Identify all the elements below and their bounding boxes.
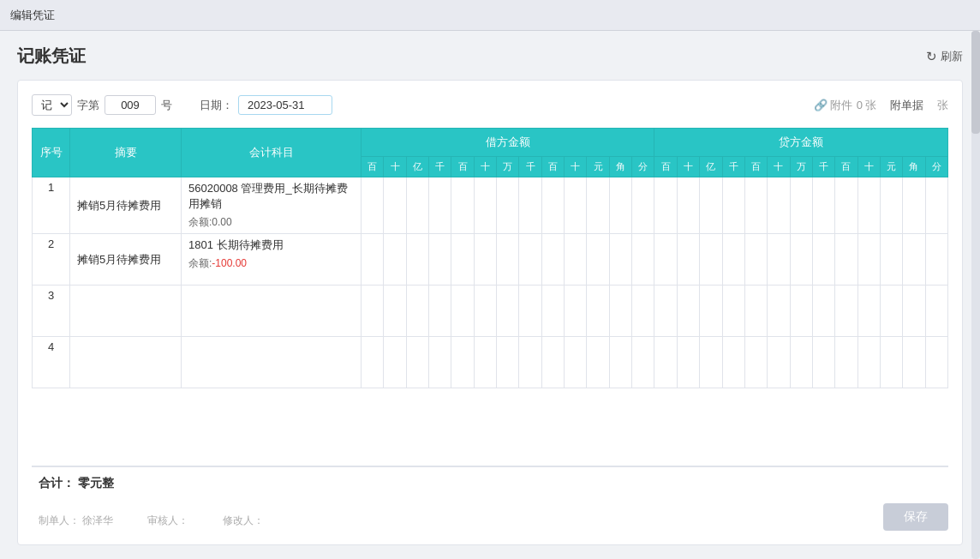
credit-cell-r2-c7[interactable]: [790, 234, 812, 286]
debit-cell-r2-c9[interactable]: [541, 234, 564, 286]
debit-cell-r4-c9[interactable]: [541, 337, 564, 388]
debit-cell-r2-c1[interactable]: [362, 234, 384, 286]
credit-cell-r4-c8[interactable]: [812, 337, 834, 388]
refresh-button[interactable]: ↻ 刷新: [926, 49, 963, 64]
debit-cell-r3-c8[interactable]: [519, 286, 541, 337]
debit-cell-r1-c3[interactable]: [406, 177, 428, 234]
credit-cell-r4-c9[interactable]: [835, 337, 858, 388]
credit-cell-r2-c6[interactable]: [768, 234, 790, 286]
credit-cell-r1-c13[interactable]: [925, 177, 947, 234]
credit-cell-r3-c13[interactable]: [925, 286, 947, 337]
credit-cell-r3-c10[interactable]: [858, 286, 880, 337]
row-summary-2[interactable]: 摊销5月待摊费用: [70, 234, 182, 286]
credit-cell-r4-c5[interactable]: [744, 337, 767, 388]
credit-cell-r2-c9[interactable]: [835, 234, 858, 286]
debit-cell-r4-c3[interactable]: [406, 337, 428, 388]
debit-cell-r1-c10[interactable]: [565, 177, 587, 234]
type-select[interactable]: 记: [32, 94, 72, 116]
credit-cell-r1-c8[interactable]: [812, 177, 834, 234]
credit-cell-r1-c3[interactable]: [700, 177, 722, 234]
row-subject-3[interactable]: [182, 286, 362, 337]
credit-cell-r4-c6[interactable]: [768, 337, 790, 388]
credit-cell-r4-c4[interactable]: [722, 337, 744, 388]
debit-cell-r1-c2[interactable]: [384, 177, 406, 234]
debit-cell-r1-c11[interactable]: [587, 177, 609, 234]
debit-cell-r3-c9[interactable]: [541, 286, 564, 337]
credit-cell-r2-c1[interactable]: [654, 234, 677, 286]
credit-cell-r3-c11[interactable]: [880, 286, 902, 337]
debit-cell-r2-c4[interactable]: [429, 234, 451, 286]
credit-cell-r2-c4[interactable]: [722, 234, 744, 286]
debit-cell-r4-c13[interactable]: [632, 337, 654, 388]
debit-cell-r3-c3[interactable]: [406, 286, 428, 337]
credit-cell-r3-c9[interactable]: [835, 286, 858, 337]
row-subject-1[interactable]: 56020008 管理费用_长期待摊费用摊销余额:0.00: [182, 177, 362, 234]
credit-cell-r2-c5[interactable]: [744, 234, 767, 286]
credit-cell-r2-c11[interactable]: [880, 234, 902, 286]
save-button[interactable]: 保存: [883, 503, 948, 531]
debit-cell-r4-c2[interactable]: [384, 337, 406, 388]
debit-cell-r2-c2[interactable]: [384, 234, 406, 286]
row-summary-4[interactable]: [70, 337, 182, 388]
debit-cell-r4-c10[interactable]: [565, 337, 587, 388]
debit-cell-r3-c10[interactable]: [565, 286, 587, 337]
debit-cell-r1-c8[interactable]: [519, 177, 541, 234]
credit-cell-r4-c3[interactable]: [700, 337, 722, 388]
credit-cell-r1-c12[interactable]: [903, 177, 925, 234]
credit-cell-r1-c1[interactable]: [654, 177, 677, 234]
credit-cell-r3-c6[interactable]: [768, 286, 790, 337]
debit-cell-r1-c7[interactable]: [497, 177, 519, 234]
credit-cell-r4-c2[interactable]: [677, 337, 699, 388]
debit-cell-r1-c4[interactable]: [429, 177, 451, 234]
debit-cell-r4-c5[interactable]: [451, 337, 474, 388]
debit-cell-r4-c11[interactable]: [587, 337, 609, 388]
debit-cell-r2-c7[interactable]: [497, 234, 519, 286]
credit-cell-r1-c11[interactable]: [880, 177, 902, 234]
debit-cell-r4-c4[interactable]: [429, 337, 451, 388]
debit-cell-r3-c4[interactable]: [429, 286, 451, 337]
row-subject-2[interactable]: 1801 长期待摊费用余额:-100.00: [182, 234, 362, 286]
debit-cell-r1-c13[interactable]: [632, 177, 654, 234]
row-summary-3[interactable]: [70, 286, 182, 337]
debit-cell-r2-c11[interactable]: [587, 234, 609, 286]
credit-cell-r3-c1[interactable]: [654, 286, 677, 337]
debit-cell-r3-c6[interactable]: [474, 286, 496, 337]
debit-cell-r4-c7[interactable]: [497, 337, 519, 388]
debit-cell-r3-c1[interactable]: [362, 286, 384, 337]
debit-cell-r3-c7[interactable]: [497, 286, 519, 337]
debit-cell-r3-c2[interactable]: [384, 286, 406, 337]
table-scroll[interactable]: 序号 摘要 会计科目 借方金额 贷方金额 百 十 亿 千: [32, 128, 948, 466]
credit-cell-r4-c10[interactable]: [858, 337, 880, 388]
credit-cell-r3-c5[interactable]: [744, 286, 767, 337]
debit-cell-r1-c12[interactable]: [609, 177, 631, 234]
credit-cell-r3-c2[interactable]: [677, 286, 699, 337]
credit-cell-r4-c13[interactable]: [925, 337, 947, 388]
debit-cell-r3-c13[interactable]: [632, 286, 654, 337]
debit-cell-r2-c8[interactable]: [519, 234, 541, 286]
credit-cell-r4-c12[interactable]: [903, 337, 925, 388]
debit-cell-r2-c12[interactable]: [609, 234, 631, 286]
credit-cell-r3-c8[interactable]: [812, 286, 834, 337]
credit-cell-r2-c3[interactable]: [700, 234, 722, 286]
credit-cell-r1-c2[interactable]: [677, 177, 699, 234]
credit-cell-r1-c10[interactable]: [858, 177, 880, 234]
debit-cell-r3-c5[interactable]: [451, 286, 474, 337]
credit-cell-r2-c2[interactable]: [677, 234, 699, 286]
date-input[interactable]: [238, 95, 332, 115]
credit-cell-r4-c11[interactable]: [880, 337, 902, 388]
debit-cell-r4-c8[interactable]: [519, 337, 541, 388]
debit-cell-r1-c5[interactable]: [451, 177, 474, 234]
row-subject-4[interactable]: [182, 337, 362, 388]
debit-cell-r3-c11[interactable]: [587, 286, 609, 337]
debit-cell-r2-c10[interactable]: [565, 234, 587, 286]
number-input[interactable]: [105, 95, 156, 115]
debit-cell-r4-c6[interactable]: [474, 337, 496, 388]
credit-cell-r1-c5[interactable]: [744, 177, 767, 234]
credit-cell-r1-c7[interactable]: [790, 177, 812, 234]
credit-cell-r1-c9[interactable]: [835, 177, 858, 234]
credit-cell-r3-c12[interactable]: [903, 286, 925, 337]
debit-cell-r4-c12[interactable]: [609, 337, 631, 388]
credit-cell-r2-c8[interactable]: [812, 234, 834, 286]
credit-cell-r3-c3[interactable]: [700, 286, 722, 337]
debit-cell-r1-c6[interactable]: [474, 177, 496, 234]
